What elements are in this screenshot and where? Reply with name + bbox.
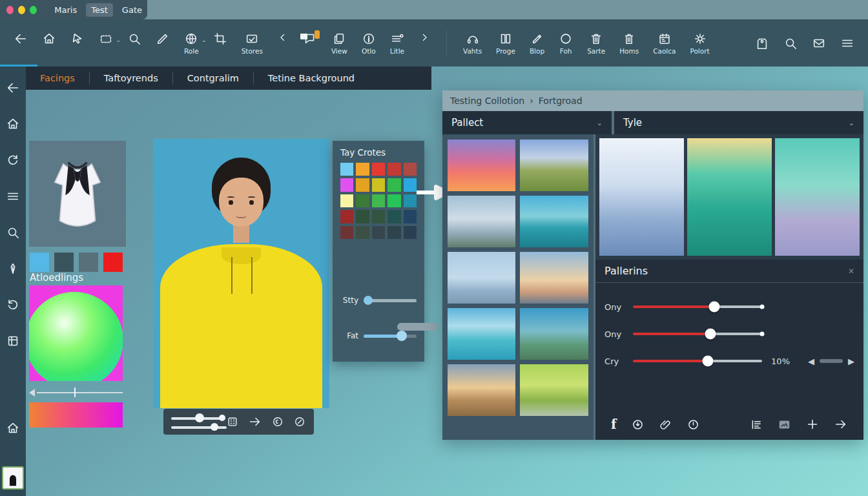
toolbar-chat-button[interactable] [299,29,321,48]
sphere-slider[interactable] [29,389,124,397]
palette-color-r2c4[interactable] [388,178,400,191]
close-icon[interactable]: ✕ [848,267,854,276]
toolbar-mail-button[interactable] [808,34,830,53]
toolbar-chevron-left-button[interactable] [273,29,293,46]
tab-taftoyrends[interactable]: Taftoyrends [90,67,172,90]
toolbar-sarte-button[interactable]: Sarte [583,29,609,57]
color-swatch-2[interactable] [54,253,74,272]
pallect-dropdown[interactable]: Pallect ⌄ [442,111,612,134]
palette-color-r3c2[interactable] [356,194,369,207]
slider-thumb[interactable] [211,423,218,431]
toolbar-otlo-button[interactable]: Otlo [358,29,380,57]
traffic-minimize-button[interactable] [18,6,25,14]
toolbar-litle-button[interactable]: Litle [386,29,408,57]
color-swatch-1[interactable] [30,253,49,272]
thumbnail-lake-shore[interactable] [520,308,588,360]
toolbar-arrow-left-button[interactable] [10,29,32,48]
palette-color-r5c1[interactable] [340,226,353,239]
toolbar-role-button[interactable]: Role⌄ [180,29,203,57]
sidebar-home-button[interactable] [3,418,23,438]
panel-arrow-right-button[interactable] [834,417,848,431]
palette-color-r1c4[interactable] [388,163,400,176]
palette-color-r4c4[interactable] [388,210,400,223]
sidebar-pen-tool-button[interactable] [3,259,23,278]
slider-thumb[interactable] [705,329,716,340]
palette-color-r5c3[interactable] [372,226,385,239]
color-sphere-preview[interactable] [29,285,123,381]
panel-list-lines-button[interactable] [750,418,763,431]
palette-color-r5c5[interactable] [404,226,417,239]
toolbar-stores-button[interactable]: Stores [238,29,267,57]
garment-preview-card[interactable] [29,141,126,247]
main-canvas-person[interactable] [153,139,329,408]
slider-cry-3[interactable] [633,360,762,362]
palette-color-r2c3[interactable] [372,178,385,191]
toolbar-menu-button[interactable] [836,34,858,53]
slider-thumb[interactable] [709,302,720,313]
thumbnail-forest-path[interactable] [520,364,588,416]
slider-thumb[interactable] [397,331,407,341]
pager-next-icon[interactable]: ▶ [848,356,854,366]
tab-facings[interactable]: Facings [26,67,89,90]
menu-item-gate[interactable]: Gate [117,3,147,17]
panel-image-frame-button[interactable] [778,418,791,431]
traffic-zoom-button[interactable] [30,6,37,14]
thumbnail-coastal-city[interactable] [520,196,588,247]
palette-color-r1c1[interactable] [340,163,353,176]
color-swatch-4[interactable] [103,253,123,272]
palette-color-r4c1[interactable] [340,210,353,223]
slider-ony-2[interactable] [633,333,762,335]
canvas-toolbar-arrow-right-button[interactable] [248,415,262,429]
toolbar-homs-button[interactable]: Homs [615,29,643,57]
sidebar-grid-book-button[interactable] [3,331,23,351]
slider-tick-handle[interactable] [74,388,76,397]
gradient-ramp-bar[interactable] [29,402,123,428]
thumbnail-city-skyline[interactable] [448,196,515,247]
panel-clock-button[interactable] [687,418,700,431]
toolbar-crop-button[interactable] [209,29,231,48]
sidebar-home-button[interactable] [3,114,23,134]
palette-color-r5c2[interactable] [356,226,369,239]
sidebar-refresh-button[interactable] [3,150,23,170]
menu-item-maris[interactable]: Maris [49,3,82,17]
palette-color-r2c2[interactable] [356,178,369,191]
tyle-image-glass-canopy[interactable] [775,138,860,256]
toolbar-hand-pointer-button[interactable] [67,29,88,48]
palette-color-r4c2[interactable] [356,210,369,223]
tyle-image-ocean-wave[interactable] [687,138,772,256]
slider-thumb[interactable] [703,356,714,367]
toolbar-polort-button[interactable]: Polort [686,29,713,57]
thumbnail-sunset-sky[interactable] [448,140,515,191]
slider-ony-1[interactable] [633,305,762,308]
thumbnail-hazy-city[interactable] [448,252,515,304]
slider-left-arrow-icon[interactable] [29,389,35,397]
thumbnail-aerial-valley[interactable] [520,140,588,191]
palette-color-r3c1[interactable] [340,194,353,207]
palette-color-r4c5[interactable] [404,210,417,223]
breadcrumb-parent[interactable]: Testing Collotion [450,96,524,106]
toolbar-search-button[interactable] [780,34,801,53]
toolbar-vahts-button[interactable]: Vahts [459,29,486,57]
slider-thumb[interactable] [195,413,204,422]
panel-f-letter-button[interactable]: f [611,417,617,432]
traffic-close-button[interactable] [6,6,14,14]
canvas-toolbar-circle-slash-button[interactable] [293,415,306,428]
sidebar-arrow-left-button[interactable] [3,78,23,98]
pager-prev-icon[interactable]: ◀ [808,356,814,366]
fat-slider[interactable] [364,335,417,338]
canvas-adjust-sliders[interactable] [171,413,217,430]
tab-tetine-background[interactable]: Tetine Background [254,67,369,90]
palette-color-r2c1[interactable] [340,178,353,191]
thumbnail-mountain-lake[interactable] [448,308,515,360]
toolbar-blop-button[interactable]: Blop [526,29,548,57]
panel-power-download-button[interactable] [631,418,645,431]
palette-color-r1c5[interactable] [404,163,417,176]
toolbar-view-button[interactable]: View [327,29,351,57]
palette-color-r4c3[interactable] [372,210,385,223]
toolbar-home-button[interactable] [38,29,60,48]
pager-bar[interactable] [820,359,843,363]
toolbar-pen-edit-button[interactable] [152,29,174,48]
tyle-image-misty-mountains[interactable] [599,138,684,256]
palette-color-r1c3[interactable] [372,163,385,176]
toolbar-search-button[interactable] [123,29,145,48]
